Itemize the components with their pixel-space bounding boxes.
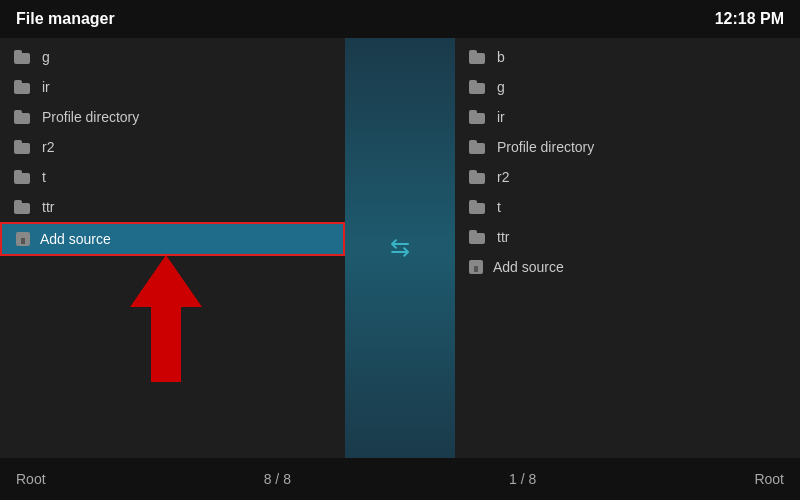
source-icon [469,260,483,274]
footer: Root 8 / 8 1 / 8 Root [0,458,800,500]
item-label: Add source [40,231,111,247]
transfer-icon: ⇆ [390,234,410,262]
left-pane-item[interactable]: t [0,162,345,192]
left-pane-item[interactable]: ir [0,72,345,102]
folder-icon [14,50,32,64]
folder-icon [14,170,32,184]
item-label: ttr [497,229,509,245]
right-pane-item[interactable]: r2 [455,162,800,192]
app-window: File manager 12:18 PM girProfile directo… [0,0,800,500]
item-label: ttr [42,199,54,215]
source-icon [16,232,30,246]
item-label: Profile directory [42,109,139,125]
item-label: ir [497,109,505,125]
left-pane: girProfile directoryr2tttrAdd source [0,38,345,458]
item-label: Profile directory [497,139,594,155]
folder-icon [469,200,487,214]
footer-right-label: Root [754,471,784,487]
right-pane-item[interactable]: ttr [455,222,800,252]
right-pane-item[interactable]: ir [455,102,800,132]
main-content: girProfile directoryr2tttrAdd source ⇆ b… [0,38,800,458]
item-label: t [42,169,46,185]
footer-left-count: 8 / 8 [264,471,291,487]
folder-icon [14,80,32,94]
left-pane-item[interactable]: g [0,42,345,72]
item-label: t [497,199,501,215]
app-title: File manager [16,10,115,28]
left-pane-item[interactable]: Profile directory [0,102,345,132]
right-pane-item[interactable]: g [455,72,800,102]
folder-icon [14,140,32,154]
right-pane-item[interactable]: t [455,192,800,222]
folder-icon [469,140,487,154]
folder-icon [469,50,487,64]
right-pane-item[interactable]: b [455,42,800,72]
folder-icon [14,200,32,214]
footer-left-label: Root [16,471,46,487]
header: File manager 12:18 PM [0,0,800,38]
item-label: b [497,49,505,65]
folder-icon [14,110,32,124]
footer-right-count: 1 / 8 [509,471,536,487]
folder-icon [469,230,487,244]
item-label: ir [42,79,50,95]
item-label: r2 [497,169,509,185]
item-label: g [42,49,50,65]
folder-icon [469,110,487,124]
right-pane-item[interactable]: Add source [455,252,800,282]
right-pane-item[interactable]: Profile directory [455,132,800,162]
folder-icon [469,80,487,94]
left-pane-item[interactable]: r2 [0,132,345,162]
item-label: r2 [42,139,54,155]
clock: 12:18 PM [715,10,784,28]
left-pane-item[interactable]: Add source [0,222,345,256]
right-pane: bgirProfile directoryr2tttrAdd source [455,38,800,458]
item-label: g [497,79,505,95]
left-pane-item[interactable]: ttr [0,192,345,222]
item-label: Add source [493,259,564,275]
center-divider: ⇆ [345,38,455,458]
folder-icon [469,170,487,184]
